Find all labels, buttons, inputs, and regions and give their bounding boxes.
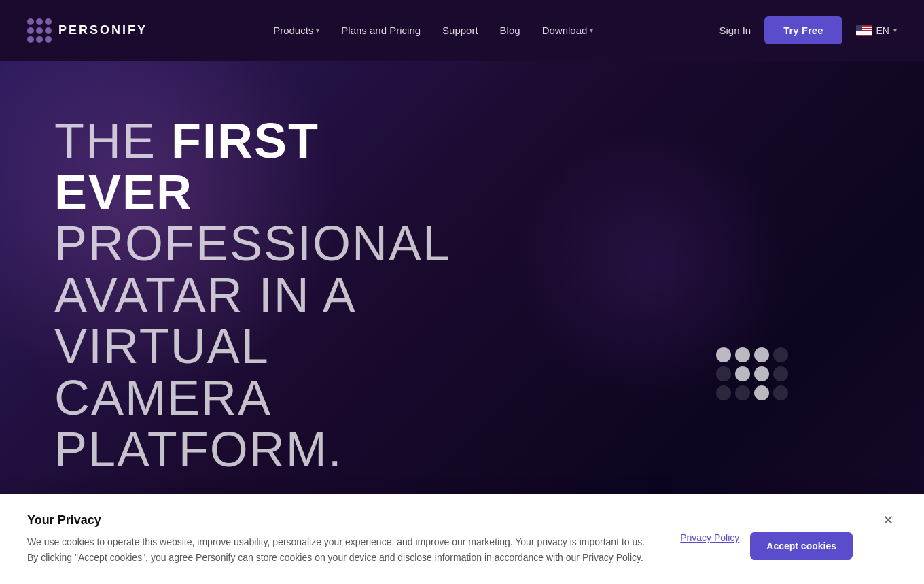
logo-icon xyxy=(27,18,52,43)
watermark-dot xyxy=(754,385,769,400)
watermark-dot xyxy=(773,347,788,362)
chevron-down-icon: ▾ xyxy=(590,27,593,34)
chevron-down-icon: ▾ xyxy=(316,27,319,34)
privacy-policy-button[interactable]: Privacy Policy xyxy=(680,532,739,543)
hero-headline: THE FIRST EVER PROFESSIONAL AVATAR IN A … xyxy=(54,116,462,475)
logo-dot xyxy=(36,18,43,25)
logo-link[interactable]: PERSONIFY xyxy=(27,18,147,43)
accept-cookies-button[interactable]: Accept cookies xyxy=(750,532,853,560)
watermark-dot xyxy=(716,385,731,400)
watermark-dot xyxy=(754,366,769,381)
watermark-dot xyxy=(735,366,750,381)
logo-dot xyxy=(27,27,34,34)
navbar: PERSONIFY Products ▾ Plans and Pricing S… xyxy=(0,0,924,61)
watermark-dot xyxy=(773,385,788,400)
nav-plans[interactable]: Plans and Pricing xyxy=(341,24,421,36)
watermark-dot xyxy=(735,347,750,362)
privacy-title: Your Privacy xyxy=(27,513,653,528)
privacy-actions: Privacy Policy Accept cookies xyxy=(680,513,853,560)
nav-right: Sign In Try Free EN ▾ xyxy=(719,16,897,44)
chevron-down-icon: ▾ xyxy=(893,27,897,34)
logo-dot xyxy=(45,36,52,43)
privacy-content: Your Privacy We use cookies to operate t… xyxy=(27,513,653,565)
language-selector[interactable]: EN ▾ xyxy=(856,25,897,36)
logo-dot xyxy=(36,36,43,43)
watermark-dot xyxy=(716,347,731,362)
lang-label: EN xyxy=(876,25,889,36)
close-privacy-button[interactable]: ✕ xyxy=(880,513,897,527)
nav-links: Products ▾ Plans and Pricing Support Blo… xyxy=(273,24,593,36)
privacy-body-text: We use cookies to operate this website, … xyxy=(27,534,653,565)
logo-dot xyxy=(36,27,43,34)
watermark-dot xyxy=(754,347,769,362)
flag-icon xyxy=(856,25,872,36)
nav-support[interactable]: Support xyxy=(442,24,478,36)
nav-blog[interactable]: Blog xyxy=(500,24,520,36)
logo-dot xyxy=(45,18,52,25)
logo-dot xyxy=(27,18,34,25)
privacy-banner: Your Privacy We use cookies to operate t… xyxy=(0,494,924,584)
watermark-dot xyxy=(773,366,788,381)
hero-logo-watermark xyxy=(716,347,788,400)
logo-dot xyxy=(45,27,52,34)
nav-products[interactable]: Products ▾ xyxy=(273,24,319,36)
logo-dot xyxy=(27,36,34,43)
sign-in-button[interactable]: Sign In xyxy=(719,24,751,36)
watermark-dot xyxy=(735,385,750,400)
nav-download[interactable]: Download ▾ xyxy=(542,24,594,36)
watermark-dot xyxy=(716,366,731,381)
brand-name: PERSONIFY xyxy=(58,23,147,37)
try-free-button[interactable]: Try Free xyxy=(764,16,842,44)
